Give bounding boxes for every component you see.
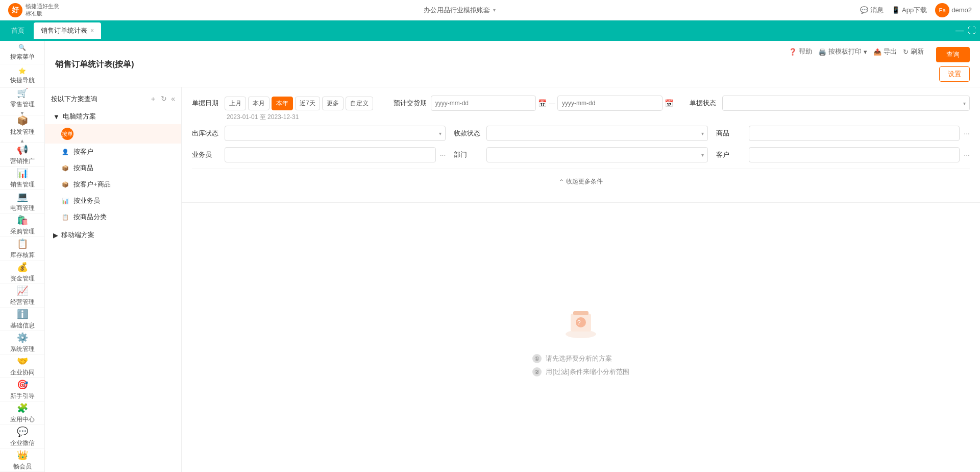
sidebar-item-basic-info[interactable]: ℹ️ 基础信息 <box>0 308 44 331</box>
salesperson-more-icon[interactable]: ··· <box>440 151 446 159</box>
sales-icon: 📊 <box>17 168 28 179</box>
goods-more-icon[interactable]: ··· <box>964 129 970 137</box>
filter-pay-status: 收款状态 ▾ <box>454 126 707 141</box>
date-btn-7days[interactable]: 近7天 <box>295 97 320 110</box>
scheme-item-by-goods-category[interactable]: 📋 按商品分类 <box>45 209 181 225</box>
goods-input[interactable] <box>749 126 960 141</box>
date-btn-this-month[interactable]: 本月 <box>248 97 270 110</box>
tab-active[interactable]: 销售订单统计表 × <box>34 22 101 39</box>
help-btn[interactable]: ❓ 帮助 <box>789 47 812 56</box>
minimize-icon[interactable]: — <box>955 26 964 35</box>
filter-row-1: 单据日期 上月 本月 本年 近7天 更多 自定义 <box>192 96 970 111</box>
date-btn-this-year[interactable]: 本年 <box>272 97 293 110</box>
scheme-item-by-goods[interactable]: 📦 按商品 <box>45 160 181 176</box>
sidebar-item-wechat[interactable]: 💬 企业微信 <box>0 425 44 449</box>
expected-date-start[interactable] <box>431 96 536 111</box>
out-status-select[interactable] <box>225 126 446 141</box>
app-download-btn[interactable]: 📱 App下载 <box>892 6 927 15</box>
tab-bar-right: — ⛶ <box>955 26 976 35</box>
left-panel-header: 按以下方案查询 ＋ ↻ « <box>45 91 181 107</box>
top-center[interactable]: 办公用品行业模拟账套 ▾ <box>424 6 496 15</box>
pay-status-label: 收款状态 <box>454 129 482 138</box>
scheme-group-mobile[interactable]: ▶ 移动端方案 <box>45 227 181 243</box>
filter-out-status: 出库状态 ▾ <box>192 126 446 141</box>
sidebar-item-retail[interactable]: 🛒 零售管理 ▼ <box>0 88 44 115</box>
message-btn[interactable]: 💬 消息 <box>860 6 884 15</box>
collapse-button[interactable]: ⌃ 收起更多条件 <box>555 173 607 190</box>
filter-row-2: 出库状态 ▾ 收款状态 <box>192 126 970 141</box>
dept-select[interactable] <box>486 147 707 162</box>
sidebar-item-inventory[interactable]: 📋 库存核算 <box>0 237 44 261</box>
scheme-item-by-customer[interactable]: 👤 按客户 <box>45 144 181 160</box>
customer-more-icon[interactable]: ··· <box>964 151 970 159</box>
goods-label: 商品 <box>716 129 745 138</box>
tip1-num: ① <box>532 354 542 363</box>
sidebar-search[interactable]: 🔍 搜索菜单 <box>0 41 44 64</box>
mobile-group-arrow-icon: ▶ <box>53 231 58 239</box>
add-scheme-icon[interactable]: ＋ <box>150 95 157 104</box>
message-icon: 💬 <box>860 6 868 14</box>
quick-nav-icon: ⭐ <box>18 67 26 75</box>
dropdown-arrow-icon[interactable]: ▾ <box>493 7 496 13</box>
sidebar-item-member[interactable]: 👑 畅会员 <box>0 449 44 472</box>
sidebar-quick-nav[interactable]: ⭐ 快捷导航 <box>0 64 44 88</box>
customer-input[interactable] <box>749 147 960 162</box>
sidebar-item-guide[interactable]: 🎯 新手引导 <box>0 378 44 402</box>
collapse-up-icon: ⌃ <box>559 178 564 185</box>
filter-salesperson: 业务员 ··· <box>192 147 446 162</box>
user-area[interactable]: Ea demo2 <box>935 3 972 17</box>
sidebar-item-ecommerce[interactable]: 💻 电商管理 <box>0 190 44 214</box>
tab-close-icon[interactable]: × <box>90 27 94 34</box>
status-select[interactable] <box>722 96 970 111</box>
sidebar-item-operations[interactable]: 📈 经营管理 <box>0 284 44 308</box>
export-btn[interactable]: 📤 导出 <box>873 47 897 56</box>
empty-svg: ? <box>558 298 604 344</box>
query-button[interactable]: 查询 <box>936 47 970 62</box>
sidebar-item-apps[interactable]: 🧩 应用中心 <box>0 402 44 425</box>
salesperson-input[interactable] <box>225 147 436 162</box>
download-icon: 📱 <box>892 6 900 14</box>
scheme-item-by-customer-goods[interactable]: 📦 按客户+商品 <box>45 176 181 193</box>
marketing-icon: 📢 <box>17 144 28 155</box>
empty-illustration: ? <box>558 298 604 346</box>
calendar-start-icon: 📅 <box>538 99 547 107</box>
sidebar-item-purchase[interactable]: 🛍️ 采购管理 <box>0 214 44 237</box>
sidebar-item-system[interactable]: ⚙️ 系统管理 <box>0 331 44 355</box>
refresh-scheme-icon[interactable]: ↻ <box>161 95 167 104</box>
tab-home[interactable]: 首页 <box>4 26 32 35</box>
setting-button[interactable]: 设置 <box>939 66 970 82</box>
maximize-icon[interactable]: ⛶ <box>968 26 976 35</box>
date-btn-custom[interactable]: 自定义 <box>346 97 373 110</box>
sidebar-item-finance[interactable]: 💰 资金管理 <box>0 261 44 284</box>
inventory-icon: 📋 <box>17 238 28 249</box>
page-title: 销售订单统计表(按单) <box>55 59 134 70</box>
collapse-panel-icon[interactable]: « <box>171 95 175 104</box>
filter-dept: 部门 ▾ <box>454 147 707 162</box>
date-btn-last-month[interactable]: 上月 <box>225 97 246 110</box>
wechat-icon: 💬 <box>17 426 28 437</box>
expected-date-end[interactable] <box>557 96 663 111</box>
tab-bar: 首页 销售订单统计表 × — ⛶ <box>0 20 980 41</box>
print-icon: 🖨️ <box>818 48 826 56</box>
sidebar-item-marketing[interactable]: 📢 营销推广 <box>0 143 44 167</box>
sidebar-item-wholesale[interactable]: 📦 批发管理 ▲ <box>0 115 44 143</box>
date-range-display: 2023-01-01 至 2023-12-31 <box>192 113 970 122</box>
refresh-btn[interactable]: ↻ 刷新 <box>903 47 924 56</box>
sidebar-item-sales[interactable]: 📊 销售管理 <box>0 167 44 190</box>
action-btn-group: 查询 设置 <box>936 47 970 82</box>
scheme-item-by-salesperson[interactable]: 📊 按业务员 <box>45 193 181 209</box>
page-header: 销售订单统计表(按单) ❓ 帮助 🖨️ 按模板打印 ▾ 📤 <box>45 41 980 87</box>
scheme-item-by-order[interactable]: 按单 <box>45 124 181 144</box>
wholesale-arrow-icon: ▲ <box>20 138 25 144</box>
svg-rect-2 <box>573 311 589 315</box>
scheme-group-desktop[interactable]: ▼ 电脑端方案 <box>45 109 181 124</box>
sidebar-item-enterprise[interactable]: 🤝 企业协同 <box>0 355 44 378</box>
customer-scheme-icon: 👤 <box>61 148 69 156</box>
scheme-desktop-group: ▼ 电脑端方案 按单 👤 按客户 📦 按商品 📦 <box>45 109 181 225</box>
date-btn-more[interactable]: 更多 <box>322 97 344 110</box>
status-label: 单据状态 <box>690 99 718 108</box>
expected-date-range: 📅 — 📅 <box>431 96 674 111</box>
print-btn[interactable]: 🖨️ 按模板打印 ▾ <box>818 47 867 56</box>
sidebar: 🔍 搜索菜单 ⭐ 快捷导航 🛒 零售管理 ▼ 📦 批发管理 ▲ 📢 营销推广 📊… <box>0 41 45 472</box>
pay-status-select[interactable] <box>486 126 707 141</box>
